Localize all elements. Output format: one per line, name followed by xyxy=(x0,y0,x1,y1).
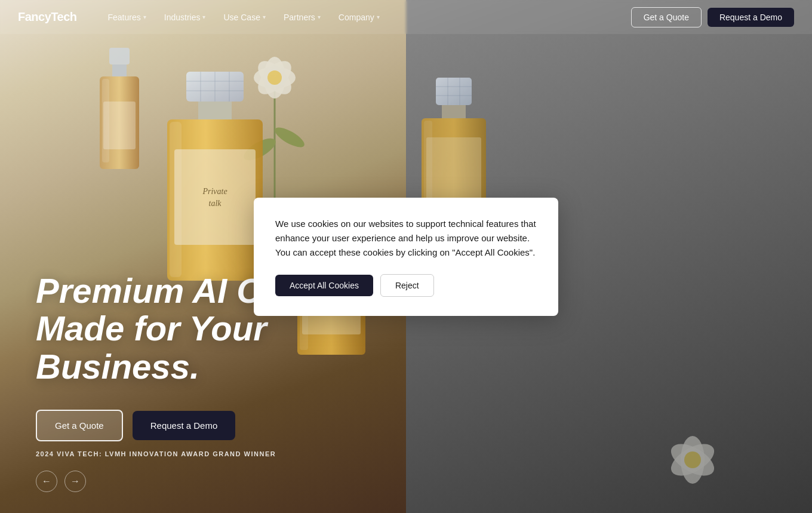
accept-cookies-button[interactable]: Accept All Cookies xyxy=(275,275,373,296)
cookie-banner: We use cookies on our websites to suppor… xyxy=(254,198,558,316)
cookie-message: We use cookies on our websites to suppor… xyxy=(275,217,537,260)
cookie-buttons: Accept All Cookies Reject xyxy=(275,274,537,297)
reject-cookies-button[interactable]: Reject xyxy=(380,274,434,297)
